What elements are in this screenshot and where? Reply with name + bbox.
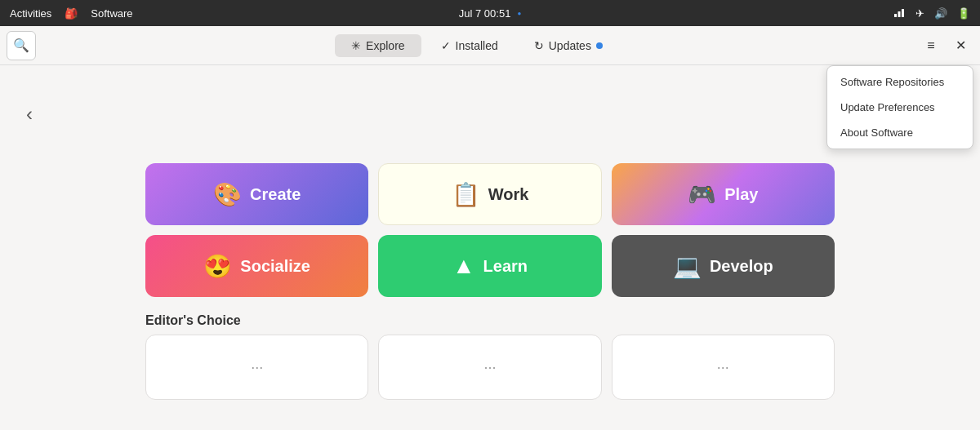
tab-explore-label: Explore [366,39,404,52]
network-icon [893,6,906,21]
search-button[interactable]: 🔍 [7,31,36,60]
editor-card-2-dots: ··· [483,359,496,376]
create-icon: 🎨 [213,181,242,208]
editor-card-1[interactable]: ··· [145,335,368,400]
editors-choice-grid: ··· ··· ··· [0,335,980,400]
menu-button[interactable]: ≡ [918,33,944,59]
carousel-prev-button[interactable]: ‹ [13,96,46,132]
topbar-time: Jul 7 00:51 [459,7,511,20]
learn-label: Learn [483,257,528,276]
category-grid: 🎨 Create 📋 Work 🎮 Play 😍 Socialize ▲ Lea… [0,163,980,297]
updates-badge [596,42,603,49]
tab-installed-label: Installed [456,39,498,52]
editor-card-2[interactable]: ··· [378,335,601,400]
chevron-left-icon: ‹ [26,103,33,125]
editor-card-3[interactable]: ··· [612,335,835,400]
svg-rect-0 [894,14,897,17]
app-name-label: Software [91,7,132,20]
work-icon: 📋 [452,181,480,208]
airplane-icon: ✈ [915,7,924,20]
battery-icon: 🔋 [957,7,970,20]
close-button[interactable]: ✕ [947,33,973,59]
menu-item-about[interactable]: About Software [827,120,973,145]
tab-bar: ✳ Explore ✓ Installed ↻ Updates [42,34,911,57]
category-card-socialize[interactable]: 😍 Socialize [145,235,368,297]
play-icon: 🎮 [688,181,716,208]
tab-installed[interactable]: ✓ Installed [425,34,514,57]
develop-icon: 💻 [673,253,702,280]
app-icon: 🎒 [65,7,78,20]
activities-label[interactable]: Activities [10,7,51,20]
search-icon: 🔍 [13,38,29,53]
volume-icon: 🔊 [934,7,947,20]
create-label: Create [250,185,301,204]
category-card-learn[interactable]: ▲ Learn [378,235,601,297]
tab-updates[interactable]: ↻ Updates [518,34,619,57]
develop-label: Develop [710,257,773,276]
close-icon: ✕ [956,38,966,53]
app-window: 🔍 ✳ Explore ✓ Installed ↻ Updates ≡ ✕ [0,26,980,430]
installed-icon: ✓ [441,39,451,52]
svg-rect-2 [902,9,904,17]
category-card-create[interactable]: 🎨 Create [145,163,368,225]
svg-rect-1 [898,11,901,17]
socialize-icon: 😍 [203,253,232,280]
tab-updates-label: Updates [549,39,591,52]
menu-item-repositories[interactable]: Software Repositories [827,69,973,95]
play-label: Play [724,185,758,204]
explore-icon: ✳ [351,39,361,52]
socialize-label: Socialize [240,257,310,276]
hamburger-icon: ≡ [927,38,934,53]
category-card-develop[interactable]: 💻 Develop [612,235,835,297]
learn-icon: ▲ [452,253,475,279]
editor-card-1-dots: ··· [251,359,263,376]
tab-explore[interactable]: ✳ Explore [335,34,421,57]
header-actions: ≡ ✕ [918,33,973,59]
menu-item-preferences[interactable]: Update Preferences [827,95,973,120]
dropdown-menu: Software Repositories Update Preferences… [826,65,973,149]
topbar: Activities 🎒 Software Jul 7 00:51 ● ✈ 🔊 … [0,0,980,26]
headerbar: 🔍 ✳ Explore ✓ Installed ↻ Updates ≡ ✕ [0,26,980,65]
category-card-work[interactable]: 📋 Work [378,163,601,225]
editors-choice-title: Editor's Choice [0,307,980,335]
updates-icon: ↻ [534,39,544,52]
editor-card-3-dots: ··· [717,359,729,376]
work-label: Work [488,185,529,204]
category-card-play[interactable]: 🎮 Play [612,163,835,225]
topbar-dot: ● [517,10,521,17]
